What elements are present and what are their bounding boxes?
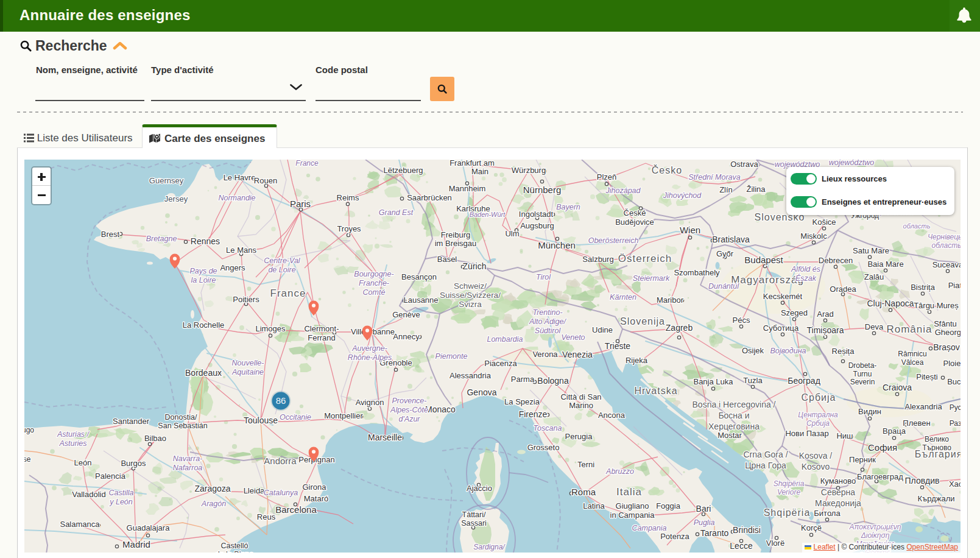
svg-text:Lëtzebuerg: Lëtzebuerg	[383, 166, 423, 175]
svg-text:Banja Luka: Banja Luka	[693, 377, 733, 386]
svg-text:Toscana: Toscana	[534, 424, 562, 433]
svg-text:Piatr: Piatr	[948, 281, 961, 290]
svg-text:Brindisi: Brindisi	[733, 525, 761, 535]
svg-text:Suceava: Suceava	[932, 260, 961, 269]
svg-text:Aquitaine: Aquitaine	[231, 368, 264, 376]
svg-text:Italia: Italia	[616, 486, 642, 498]
svg-text:Steiermark: Steiermark	[633, 274, 670, 283]
svg-text:Ingolstadt: Ingolstadt	[519, 210, 554, 219]
svg-text:Baia Mare: Baia Mare	[867, 260, 903, 269]
svg-text:Nouvelle-: Nouvelle-	[232, 359, 264, 367]
svg-text:Kecskemét: Kecskemét	[763, 292, 803, 301]
svg-text:Gheorgh: Gheorgh	[935, 328, 961, 337]
svg-text:Abruzzo: Abruzzo	[605, 467, 634, 476]
svg-text:Râmnicu: Râmnicu	[898, 350, 926, 358]
svg-text:in Campania: in Campania	[610, 510, 655, 520]
svg-text:Alpes-Côte: Alpes-Côte	[390, 406, 428, 414]
svg-text:Jihovýchod: Jihovýchod	[663, 191, 702, 200]
svg-text:Roma: Roma	[571, 487, 596, 497]
svg-text:Satu Mare: Satu Mare	[853, 246, 889, 255]
svg-text:Grosseto: Grosseto	[527, 443, 560, 452]
svg-text:Lleida: Lleida	[244, 486, 265, 495]
svg-text:Видин: Видин	[858, 407, 881, 416]
svg-text:Alessandria: Alessandria	[449, 371, 492, 380]
svg-text:Palencia: Palencia	[95, 471, 126, 481]
svg-text:Plzeň: Plzeň	[597, 172, 617, 182]
svg-text:Svizra: Svizra	[459, 300, 482, 309]
svg-text:Bordeaux: Bordeaux	[185, 368, 222, 378]
svg-text:Kosova /: Kosova /	[799, 451, 833, 461]
svg-text:Ancona: Ancona	[598, 411, 626, 420]
svg-text:Poitiers: Poitiers	[233, 295, 259, 304]
svg-text:Zürich: Zürich	[463, 261, 487, 271]
svg-text:y León: y León	[109, 498, 133, 506]
svg-text:Piemonte: Piemonte	[435, 352, 468, 361]
svg-text:Schweiz/: Schweiz/	[454, 281, 487, 291]
svg-text:Paris: Paris	[290, 199, 311, 209]
svg-text:Hrvatska: Hrvatska	[634, 386, 677, 396]
svg-text:Madrid: Madrid	[122, 539, 150, 549]
svg-text:Österreich: Österreich	[618, 253, 672, 264]
svg-text:Castilla: Castilla	[109, 489, 134, 497]
svg-text:Szombathely: Szombathely	[674, 268, 720, 277]
svg-text:Bilbao: Bilbao	[144, 434, 166, 443]
svg-text:Asturies: Asturies	[58, 439, 86, 448]
svg-text:Marseille: Marseille	[368, 433, 402, 442]
svg-text:La Rochelle: La Rochelle	[183, 320, 225, 330]
svg-text:Хаск: Хаск	[949, 479, 961, 489]
svg-text:Barcelona: Barcelona	[275, 504, 317, 515]
svg-text:Craiova: Craiova	[883, 383, 912, 392]
svg-text:Saarbrücken: Saarbrücken	[407, 193, 452, 202]
svg-text:Ploie: Ploie	[943, 359, 961, 368]
svg-text:Reims: Reims	[337, 193, 359, 202]
svg-text:Città di San: Città di San	[560, 392, 601, 401]
svg-text:Alto Adige/: Alto Adige/	[529, 317, 567, 326]
svg-text:Wien: Wien	[680, 225, 700, 235]
svg-text:Кърджали: Кърджали	[918, 494, 955, 503]
svg-text:Ostrava: Ostrava	[730, 160, 758, 169]
svg-text:Διοίκηση: Διοίκηση	[861, 531, 890, 540]
svg-text:Latina: Latina	[583, 501, 605, 510]
svg-text:Bistrița: Bistrița	[911, 283, 936, 292]
svg-text:България: България	[915, 449, 961, 459]
svg-text:Avignon: Avignon	[356, 398, 384, 407]
svg-text:Mataró: Mataró	[304, 494, 328, 503]
svg-text:Main: Main	[471, 167, 488, 176]
svg-text:Drobeta-: Drobeta-	[848, 361, 877, 370]
svg-text:Korçë: Korçë	[801, 523, 822, 532]
svg-text:Rennes: Rennes	[191, 236, 220, 246]
svg-text:Genève: Genève	[392, 310, 420, 319]
svg-text:Северна: Северна	[821, 487, 855, 497]
svg-text:Provence-: Provence-	[392, 397, 427, 405]
svg-text:Veneto: Veneto	[561, 333, 585, 342]
svg-text:Pitești: Pitești	[916, 372, 938, 381]
svg-text:Freiburg: Freiburg	[441, 230, 470, 239]
svg-text:Sassari: Sassari	[461, 519, 487, 528]
svg-text:Augsburg: Augsburg	[520, 221, 554, 230]
svg-text:województwo: województwo	[829, 160, 874, 167]
svg-text:La Spezia: La Spezia	[504, 397, 540, 406]
svg-text:Troyes: Troyes	[337, 224, 361, 233]
svg-text:Turnu: Turnu	[853, 370, 872, 378]
svg-text:Monaco: Monaco	[425, 404, 456, 414]
svg-text:Toulouse: Toulouse	[244, 415, 278, 425]
svg-text:France: France	[270, 288, 306, 299]
svg-text:Taranto: Taranto	[700, 528, 729, 538]
svg-text:Žilina: Žilina	[746, 185, 766, 194]
svg-text:Târgu Mureș: Târgu Mureș	[914, 301, 959, 310]
svg-text:Brașov: Brașov	[933, 342, 960, 352]
svg-text:Kärnten: Kärnten	[610, 293, 636, 302]
svg-text:Slovenija: Slovenija	[620, 316, 665, 327]
svg-text:Timișoara: Timișoara	[807, 325, 844, 335]
svg-text:Česko: Česko	[652, 164, 682, 175]
svg-text:Херцеговина: Херцеговина	[708, 422, 760, 431]
svg-text:Košice: Košice	[812, 217, 836, 227]
svg-text:Comté: Comté	[363, 288, 386, 297]
svg-text:Ulm: Ulm	[505, 229, 519, 238]
svg-text:se: se	[24, 455, 31, 464]
svg-text:Andorra: Andorra	[264, 456, 297, 466]
svg-text:Суботица: Суботица	[763, 323, 799, 333]
svg-text:Besançon: Besançon	[401, 272, 437, 281]
svg-text:Zalău: Zalău	[864, 272, 884, 281]
svg-text:Észak: Észak	[795, 274, 817, 283]
